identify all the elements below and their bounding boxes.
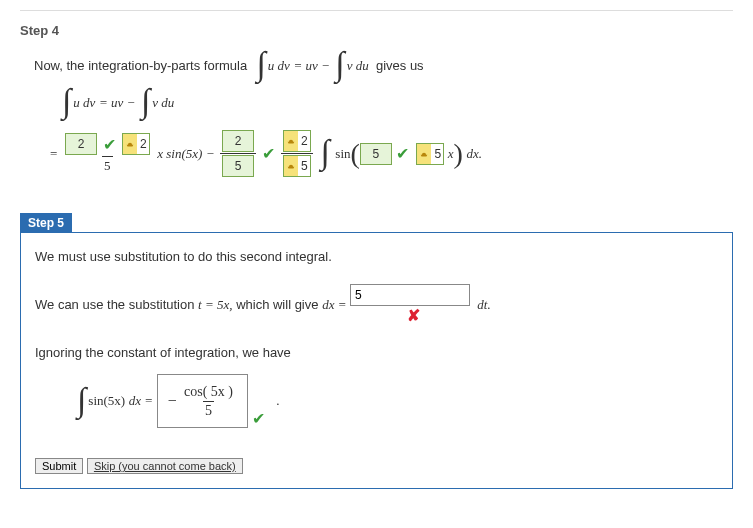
line2-rhs: v du — [152, 95, 174, 111]
coef2-num-key: 2 — [283, 130, 311, 152]
submit-button[interactable]: Submit — [35, 458, 83, 474]
check-icon-3: ✔ — [396, 144, 409, 163]
integral-icon-5: ∫ — [320, 138, 329, 165]
step4-eq-line: = 2 ✔ 2 5 x sin(5x) − 2 2 5 — [50, 130, 733, 177]
step4-section: Step 4 Now, the integration-by-parts for… — [20, 23, 733, 177]
integral-icon-6: ∫ — [77, 386, 86, 413]
eq-dot: . — [276, 393, 279, 409]
line2-after: dt. — [477, 297, 490, 313]
line2-eq: = uv − — [99, 95, 135, 111]
step5-eq-line: ∫ sin(5x) dx = − cos( 5x ) 5 ✔ . — [75, 374, 718, 428]
skip-button[interactable]: Skip (you cannot come back) — [87, 458, 243, 474]
dx-label: dx. — [467, 146, 483, 162]
step4-intro-line: Now, the integration-by-parts formula ∫ … — [20, 52, 733, 79]
sin-arg-key: 5 — [416, 143, 444, 165]
line2-sub: t = 5x, — [198, 297, 232, 313]
ibp-eq: = uv − — [293, 58, 329, 74]
coef2-den-answer[interactable]: 5 — [222, 155, 254, 177]
eq-minus: − — [168, 392, 177, 410]
line2-mid: which will give — [236, 297, 318, 312]
coef1-den: 5 — [102, 156, 113, 174]
step4-line2: ∫ u dv = uv − ∫ v du — [60, 89, 733, 116]
coef2-fraction: 2 2 5 — [220, 130, 256, 177]
eq-den: 5 — [203, 401, 214, 419]
ibp-rhs: v du — [347, 58, 369, 74]
lparen-icon: ( — [351, 143, 360, 165]
check-icon-4: ✔ — [252, 409, 265, 428]
eq-num: cos( 5x ) — [182, 384, 235, 401]
integral-icon: ∫ — [256, 50, 265, 77]
check-icon: ✔ — [103, 135, 116, 154]
step5-buttons: Submit Skip (you cannot come back) — [35, 458, 718, 474]
step5-line3: Ignoring the constant of integration, we… — [35, 345, 718, 360]
check-icon-2: ✔ — [262, 144, 275, 163]
integrand: sin(5x) — [88, 393, 125, 409]
step5-line1: We must use substitution to do this seco… — [35, 249, 718, 264]
coef2-den-key: 5 — [283, 155, 311, 177]
rparen-icon: ) — [454, 143, 463, 165]
sin-label: sin — [335, 146, 350, 162]
integral-icon-4: ∫ — [141, 87, 150, 114]
coef1-answer[interactable]: 2 — [65, 133, 97, 155]
step5-heading: Step 5 — [20, 213, 72, 233]
step5-box: We must use substitution to do this seco… — [20, 232, 733, 489]
coef1-fraction: 2 ✔ 2 5 — [63, 133, 152, 174]
integral-icon-3: ∫ — [62, 87, 71, 114]
line2-lhs: u dv — [73, 95, 95, 111]
line2-dx: dx = — [322, 297, 346, 313]
eq-dx: dx = — [129, 393, 153, 409]
integral-icon-2: ∫ — [335, 50, 344, 77]
step5-section: Step 5 We must use substitution to do th… — [20, 213, 733, 489]
coef2-key-fraction: 2 5 — [281, 130, 313, 177]
dx-input[interactable] — [350, 284, 470, 306]
mid-expr: x sin(5x) − — [157, 146, 214, 162]
coef2-num-answer[interactable]: 2 — [222, 130, 254, 152]
top-divider — [20, 10, 733, 11]
equals-sign: = — [50, 146, 57, 162]
intro-after-text: gives us — [376, 58, 424, 73]
step5-line2: We can use the substitution t = 5x, whic… — [35, 284, 718, 325]
line2-before: We can use the substitution — [35, 297, 194, 312]
ibp-lhs: u dv — [268, 58, 290, 74]
coef1-key: 2 — [122, 133, 150, 155]
intro-before-text: Now, the integration-by-parts formula — [34, 58, 247, 73]
sin-arg-answer[interactable]: 5 — [360, 143, 392, 165]
antiderivative-answer[interactable]: − cos( 5x ) 5 — [157, 374, 248, 428]
step4-heading: Step 4 — [20, 23, 733, 38]
cross-icon: ✘ — [407, 306, 420, 325]
